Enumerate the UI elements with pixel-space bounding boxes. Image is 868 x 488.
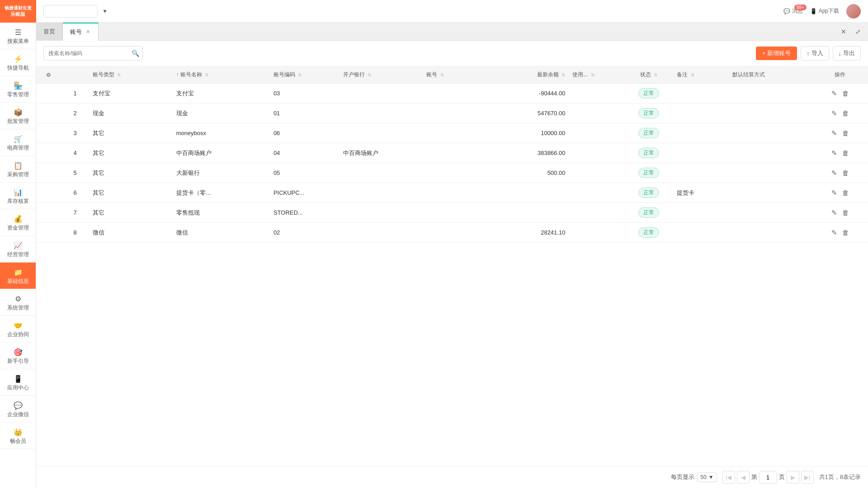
row-ops: ✎ 🗑 <box>812 183 868 203</box>
row-num: 5 <box>61 163 89 183</box>
page-last-button[interactable]: ▶| <box>801 471 814 483</box>
row-balance <box>492 183 569 203</box>
quick-nav-icon: ⚡ <box>2 55 34 63</box>
edit-button[interactable]: ✎ <box>830 228 839 238</box>
sidebar-item-enterprise-agreement[interactable]: 🤝 企业协同 <box>0 316 36 343</box>
sidebar-item-quick-nav[interactable]: ⚡ 快捷导航 <box>0 49 36 76</box>
row-ops: ✎ 🗑 <box>812 84 868 103</box>
tab-home[interactable]: 首页 <box>36 23 63 41</box>
tab-expand-button[interactable]: ⤢ <box>852 25 864 38</box>
sidebar-item-vip[interactable]: 👑 畅会员 <box>0 422 36 449</box>
delete-button[interactable]: 🗑 <box>840 148 851 158</box>
edit-button[interactable]: ✎ <box>830 168 839 178</box>
row-bank <box>340 84 423 103</box>
per-page-select[interactable]: 50 ▼ <box>697 472 717 482</box>
page-first-button[interactable]: |◀ <box>722 471 735 483</box>
topbar-search-input[interactable] <box>43 5 98 18</box>
topbar-dropdown[interactable]: ▼ <box>102 8 108 14</box>
col-name[interactable]: ↑ 账号名称 ⇅ <box>173 66 270 84</box>
message-icon: 💬 <box>783 8 790 14</box>
sidebar-item-label: 企业协同 <box>7 331 29 338</box>
row-status: 正常 <box>624 123 673 143</box>
page-content: 🔍 + 新增账号 ↑ 导入 ↓ 导出 <box>36 41 868 488</box>
table-row: 3 其它 moneybosx 06 10000.00 正常 ✎ 🗑 <box>36 123 868 143</box>
message-button[interactable]: 💬 消息 99+ <box>783 7 803 15</box>
row-account <box>423 163 492 183</box>
col-ops-label: 操作 <box>835 71 845 78</box>
sidebar-item-retail[interactable]: 🏪 零售管理 <box>0 76 36 103</box>
delete-button[interactable]: 🗑 <box>840 89 851 98</box>
row-balance: 547670.00 <box>492 103 569 123</box>
edit-button[interactable]: ✎ <box>830 89 839 99</box>
sidebar-item-label: 企业微信 <box>7 411 29 418</box>
topbar-left: ▼ <box>43 5 108 18</box>
sidebar-item-new-guide[interactable]: 🎯 新手引导 <box>0 343 36 369</box>
tab-close-all-button[interactable]: ✕ <box>837 25 850 38</box>
sidebar-item-operations[interactable]: 📈 经营管理 <box>0 236 36 263</box>
col-usage[interactable]: 使用... ⇅ <box>569 66 624 84</box>
sidebar-item-inventory[interactable]: 📊 库存核算 <box>0 183 36 209</box>
row-type: 其它 <box>89 143 173 163</box>
sidebar-item-search-menu[interactable]: ☰ 搜索菜单 <box>0 23 36 49</box>
row-account <box>423 84 492 103</box>
row-ops: ✎ 🗑 <box>812 123 868 143</box>
page-input[interactable] <box>759 471 777 483</box>
logo-text: 畅捷通财生意 乐账版 <box>5 5 32 17</box>
delete-button[interactable]: 🗑 <box>840 108 851 118</box>
row-account <box>423 203 492 223</box>
per-page-wrap: 每页显示 50 ▼ <box>671 472 717 482</box>
row-settlement <box>729 143 812 163</box>
import-button[interactable]: ↑ 导入 <box>801 46 829 61</box>
status-badge: 正常 <box>638 88 659 99</box>
edit-button[interactable]: ✎ <box>830 208 839 218</box>
topbar-right: 💬 消息 99+ 📱 App下载 <box>783 4 861 19</box>
add-account-button[interactable]: + 新增账号 <box>756 47 797 60</box>
col-remark[interactable]: 备注 ⇅ <box>673 66 729 84</box>
col-settings[interactable]: ⚙ <box>36 66 61 84</box>
sort-icon: ⇅ <box>440 72 444 77</box>
search-input[interactable] <box>43 46 143 61</box>
sidebar-item-basic-info[interactable]: 📁 基础信息 <box>0 263 36 289</box>
user-avatar[interactable] <box>846 4 861 19</box>
row-code: STORED... <box>270 203 340 223</box>
edit-button[interactable]: ✎ <box>830 128 839 138</box>
sidebar-item-wholesale[interactable]: 📦 批发管理 <box>0 103 36 129</box>
sidebar-item-label: 资金管理 <box>7 225 29 231</box>
sidebar-item-capital[interactable]: 💰 资金管理 <box>0 209 36 236</box>
edit-button[interactable]: ✎ <box>830 148 839 158</box>
col-code[interactable]: 账号编码 ⇅ <box>270 66 340 84</box>
export-button[interactable]: ↓ 导出 <box>833 46 861 61</box>
col-bank[interactable]: 开户银行 ⇅ <box>340 66 423 84</box>
col-balance[interactable]: 最新余额 ⇅ <box>492 66 569 84</box>
per-page-dropdown-icon: ▼ <box>708 474 714 480</box>
delete-button[interactable]: 🗑 <box>840 228 851 237</box>
col-account[interactable]: 账号 ⇅ <box>423 66 492 84</box>
edit-button[interactable]: ✎ <box>830 108 839 118</box>
app-download-button[interactable]: 📱 App下载 <box>810 7 839 15</box>
export-label: 导出 <box>843 49 855 57</box>
edit-button[interactable]: ✎ <box>830 188 839 198</box>
delete-button[interactable]: 🗑 <box>840 188 851 197</box>
sidebar-item-system[interactable]: ⚙ 系统管理 <box>0 289 36 316</box>
col-status[interactable]: 状态 ⇅ <box>624 66 673 84</box>
page-next-button[interactable]: ▶ <box>787 471 799 483</box>
row-settlement <box>729 123 812 143</box>
row-num: 2 <box>61 103 89 123</box>
row-name: 零售抵现 <box>173 203 270 223</box>
sidebar-item-purchase[interactable]: 📋 采购管理 <box>0 156 36 183</box>
sidebar-item-app-center[interactable]: 📱 应用中心 <box>0 369 36 396</box>
page-prev-button[interactable]: ◀ <box>737 471 750 483</box>
tab-account[interactable]: 账号 ✕ <box>63 23 99 41</box>
accounts-table: ⚙ 账号类型 ⇅ ↑ 账号名称 ⇅ 账号编码 <box>36 66 868 243</box>
sidebar-item-ecommerce[interactable]: 🛒 电商管理 <box>0 129 36 156</box>
col-settlement[interactable]: 默认结算方式 <box>729 66 812 84</box>
delete-button[interactable]: 🗑 <box>840 168 851 178</box>
table-row: 6 其它 提货卡（零… PICKUPC... 正常 提货卡 ✎ 🗑 <box>36 183 868 203</box>
tab-close-icon[interactable]: ✕ <box>85 29 91 35</box>
sidebar-item-enterprise-wechat[interactable]: 💬 企业微信 <box>0 396 36 422</box>
delete-button[interactable]: 🗑 <box>840 128 851 138</box>
col-type[interactable]: 账号类型 ⇅ <box>89 66 173 84</box>
delete-button[interactable]: 🗑 <box>840 208 851 217</box>
total-text: 共1页，8条记录 <box>819 473 861 481</box>
retail-icon: 🏪 <box>2 81 34 90</box>
